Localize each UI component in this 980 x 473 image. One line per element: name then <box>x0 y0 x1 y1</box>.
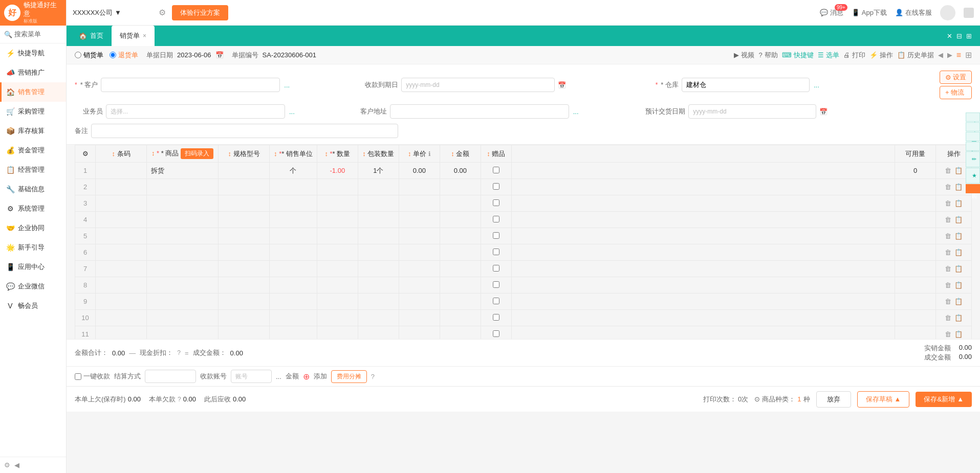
cell-spec-8[interactable] <box>219 294 270 310</box>
sidebar-item-quick-nav[interactable]: ⚡ 快捷导航 <box>0 43 66 63</box>
radio-return-input[interactable] <box>110 52 116 58</box>
cell-gift-10[interactable] <box>481 326 511 340</box>
product-sort-icon[interactable]: ↕ <box>151 149 155 157</box>
cell-gift-3[interactable] <box>481 212 511 228</box>
cell-qty-4[interactable] <box>317 228 358 244</box>
gift-checkbox-7[interactable] <box>493 281 499 288</box>
sidebar-item-member[interactable]: V 畅会员 <box>0 296 66 316</box>
gift-checkbox-5[interactable] <box>493 249 499 255</box>
sidebar-item-wechat[interactable]: 💬 企业微信 <box>0 277 66 296</box>
cell-unit-0[interactable]: 个 <box>270 163 317 179</box>
discount-info-icon[interactable]: ? <box>177 349 181 356</box>
copy-icon-8[interactable]: 📋 <box>954 298 963 305</box>
user-avatar[interactable] <box>940 5 955 20</box>
help-btn[interactable]: ? 帮助 <box>758 51 777 60</box>
cell-spec-10[interactable] <box>219 326 270 340</box>
th-config[interactable]: ⚙ <box>75 145 96 163</box>
one-click-payment-checkbox[interactable]: 一键收款 <box>75 372 110 381</box>
radio-return[interactable]: 退货单 <box>110 51 138 60</box>
delete-icon-0[interactable]: 🗑 <box>945 167 951 174</box>
amount-sort-icon[interactable]: ↕ <box>451 150 454 157</box>
cell-pkgqty-2[interactable] <box>358 195 399 212</box>
cell-barcode-0[interactable] <box>96 163 147 179</box>
cell-gift-9[interactable] <box>481 310 511 326</box>
cell-amount-8[interactable] <box>440 294 481 310</box>
cell-gift-5[interactable] <box>481 244 511 261</box>
sidebar-item-basic[interactable]: 🔧 基础信息 <box>0 179 66 199</box>
trial-btn[interactable]: 体验行业方案 <box>172 5 228 20</box>
cell-unit-6[interactable] <box>270 261 317 277</box>
delete-icon-2[interactable]: 🗑 <box>945 199 951 207</box>
cell-pkgqty-0[interactable]: 1个 <box>358 163 399 179</box>
copy-icon-1[interactable]: 📋 <box>954 183 963 191</box>
save-new-dropdown-icon[interactable]: ▲ <box>957 395 964 403</box>
video-btn[interactable]: ▶ 视频 <box>734 51 754 60</box>
cell-price-1[interactable] <box>399 179 440 195</box>
debt-info-icon[interactable]: ? <box>178 396 181 403</box>
cell-spec-3[interactable] <box>219 212 270 228</box>
gift-checkbox-10[interactable] <box>493 330 499 337</box>
cell-unit-10[interactable] <box>270 326 317 340</box>
expected-delivery-calendar-icon[interactable]: 📅 <box>819 108 827 116</box>
cell-product-1[interactable] <box>147 179 219 195</box>
cell-amount-10[interactable] <box>440 326 481 340</box>
customer-input[interactable] <box>101 78 280 92</box>
save-draft-btn[interactable]: 保存草稿 ▲ <box>857 391 910 408</box>
cell-spec-1[interactable] <box>219 179 270 195</box>
cell-qty-10[interactable] <box>317 326 358 340</box>
cell-amount-4[interactable] <box>440 228 481 244</box>
cell-barcode-8[interactable] <box>96 294 147 310</box>
cell-qty-8[interactable] <box>317 294 358 310</box>
cell-spec-5[interactable] <box>219 244 270 261</box>
expense-btn[interactable]: 费用分摊 <box>331 370 367 383</box>
sidebar-item-system[interactable]: ⚙ 系统管理 <box>0 199 66 218</box>
cell-unit-7[interactable] <box>270 277 317 294</box>
warehouse-dots[interactable]: ... <box>814 81 819 89</box>
delete-icon-4[interactable]: 🗑 <box>945 232 951 240</box>
settings-btn[interactable]: ⚙ 设置 <box>940 71 972 84</box>
cell-pkgqty-7[interactable] <box>358 277 399 294</box>
cell-gift-1[interactable] <box>481 179 511 195</box>
cell-price-0[interactable]: 0.00 <box>399 163 440 179</box>
radio-sales[interactable]: 销货单 <box>75 51 103 60</box>
gift-checkbox-3[interactable] <box>493 216 499 222</box>
qty-sort-icon[interactable]: ↕ <box>324 150 328 157</box>
cell-gift-7[interactable] <box>481 277 511 294</box>
cell-product-8[interactable] <box>147 294 219 310</box>
float-btn-3[interactable]: 图 <box>966 132 980 141</box>
print-btn[interactable]: 🖨 打印 <box>843 51 865 60</box>
expense-help-icon[interactable]: ? <box>371 373 375 380</box>
customer-address-dots[interactable]: ... <box>573 108 579 116</box>
tab-close-icon[interactable]: × <box>143 32 146 39</box>
cell-price-4[interactable] <box>399 228 440 244</box>
cell-spec-6[interactable] <box>219 261 270 277</box>
cell-qty-5[interactable] <box>317 244 358 261</box>
cell-price-2[interactable] <box>399 195 440 212</box>
gift-checkbox-2[interactable] <box>493 199 499 206</box>
copy-icon-2[interactable]: 📋 <box>954 199 963 207</box>
float-btn-5[interactable]: ✏ <box>966 151 980 167</box>
cell-pkgqty-10[interactable] <box>358 326 399 340</box>
float-btn-4[interactable]: 评 <box>966 142 980 151</box>
warehouse-input[interactable]: 建材仓 <box>682 78 810 92</box>
cell-amount-1[interactable] <box>440 179 481 195</box>
sidebar-search[interactable]: 🔍 搜索菜单 <box>0 26 66 43</box>
cell-product-6[interactable] <box>147 261 219 277</box>
copy-icon-6[interactable]: 📋 <box>954 265 963 273</box>
gift-checkbox-8[interactable] <box>493 298 499 304</box>
account-input[interactable]: 账号 <box>231 370 272 383</box>
message-btn[interactable]: 💬 消息 99+ <box>820 8 843 17</box>
cell-barcode-4[interactable] <box>96 228 147 244</box>
cell-product-5[interactable] <box>147 244 219 261</box>
sidebar-item-enterprise[interactable]: 🤝 企业协同 <box>0 218 66 238</box>
cell-qty-1[interactable] <box>317 179 358 195</box>
sidebar-item-app-center[interactable]: 📱 应用中心 <box>0 257 66 277</box>
cell-gift-0[interactable] <box>481 163 511 179</box>
cell-pkgqty-9[interactable] <box>358 310 399 326</box>
tab-layout-icon[interactable]: ⊟ <box>956 32 966 40</box>
cell-qty-0[interactable]: -1.00 <box>317 163 358 179</box>
cell-product-2[interactable] <box>147 195 219 212</box>
cell-gift-2[interactable] <box>481 195 511 212</box>
cell-barcode-9[interactable] <box>96 310 147 326</box>
gift-checkbox-0[interactable] <box>493 167 499 173</box>
